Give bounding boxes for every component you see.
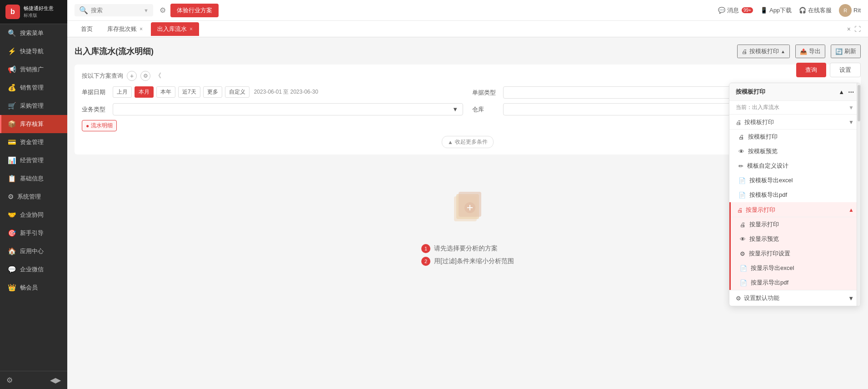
tabs-bar: 首页 库存批次账 × 出入库流水 × × ⛶	[67, 21, 868, 37]
current-expand-icon[interactable]: ▼	[848, 105, 854, 111]
template-preview-item[interactable]: 👁 按模板预览	[729, 144, 860, 159]
sidebar-item-label: 新手引导	[20, 229, 44, 237]
template-print-section-header[interactable]: 🖨 按模板打印 ▼	[729, 115, 860, 130]
sidebar-item-label: 系统管理	[17, 193, 41, 201]
search-dropdown-icon[interactable]: ▼	[144, 8, 149, 13]
sidebar-bottom: ⚙ ◀▶	[0, 371, 67, 389]
sidebar-item-sales[interactable]: 💰 销售管理	[0, 79, 67, 97]
sidebar-logo: b 畅捷通好生意 标准版	[0, 0, 67, 24]
app-download-button[interactable]: 📱 App下载	[760, 6, 792, 15]
sidebar-item-guide[interactable]: 🎯 新手引导	[0, 224, 67, 242]
app-name: 畅捷通好生意	[24, 5, 54, 12]
filter-settings-icon[interactable]: ⚙	[140, 71, 150, 81]
sidebar-item-finance[interactable]: 💳 资金管理	[0, 133, 67, 151]
collapse-sidebar-icon[interactable]: ◀▶	[50, 376, 61, 384]
dropdown-scroll-indicator[interactable]	[857, 83, 860, 306]
sidebar-item-wechat[interactable]: 💬 企业微信	[0, 260, 67, 279]
message-button[interactable]: 💬 消息 99+	[718, 6, 753, 15]
sidebar-item-system[interactable]: ⚙ 系统管理	[0, 188, 67, 206]
display-print-section: 🖨 按显示打印 ▲ 🖨 按显示打印 👁 按显示预览 ⚙ 按显示打印设置	[729, 202, 860, 290]
guide-icon: 🎯	[8, 229, 16, 237]
filter-date-item: 单据日期 上月 本月 本年 近7天 更多 自定义 2023-06-01 至 20…	[82, 86, 463, 98]
header-left: 🔍 ▼ ⚙ 体验行业方案	[75, 4, 219, 17]
template-section-expand[interactable]: ▼	[848, 119, 854, 125]
dropdown-header: 按模板打印 ▲ ⋯	[729, 83, 860, 101]
filter-date-label: 单据日期	[82, 88, 109, 96]
wechat-icon: 💬	[8, 265, 16, 274]
filter-business-type-select[interactable]: ▼	[113, 103, 463, 115]
filter-add-button[interactable]: +	[127, 71, 137, 81]
tabs-right-actions: × ⛶	[847, 21, 861, 37]
sidebar-item-quick-nav[interactable]: ⚡ 快捷导航	[0, 42, 67, 60]
settings-bottom-icon[interactable]: ⚙	[6, 376, 13, 384]
header-gear-icon[interactable]: ⚙	[160, 6, 166, 15]
expand-tabs-icon[interactable]: ⛶	[854, 25, 861, 33]
tab-flow[interactable]: 出入库流水 ×	[151, 22, 199, 36]
sidebar-item-cooperation[interactable]: 🤝 企业协同	[0, 206, 67, 224]
sidebar-item-label: 企业微信	[20, 265, 44, 274]
dropdown-expand-icon[interactable]: ▲	[838, 89, 844, 95]
template-export-pdf-item[interactable]: 📄 按模板导出pdf	[729, 188, 860, 202]
display-print-settings-item[interactable]: ⚙ 按显示打印设置	[731, 246, 860, 261]
tab-close-flow[interactable]: ×	[190, 26, 193, 32]
sidebar-item-marketing[interactable]: 📢 营销推广	[0, 60, 67, 79]
header-search-box[interactable]: 🔍 ▼	[75, 4, 153, 16]
close-all-tabs-icon[interactable]: ×	[847, 25, 851, 33]
dropdown-title: 按模板打印	[736, 88, 765, 96]
display-print-item[interactable]: 🖨 按显示打印	[731, 217, 860, 232]
tab-label: 出入库流水	[157, 25, 187, 33]
export-button[interactable]: 📤 导出	[795, 45, 825, 58]
three-dots-icon[interactable]: ⋯	[848, 89, 854, 95]
filter-collapse-icon[interactable]: 《	[155, 72, 161, 80]
sidebar-item-label: 搜索菜单	[20, 29, 44, 37]
tab-label: 首页	[81, 25, 93, 33]
footer-expand-icon[interactable]: ▼	[848, 295, 854, 302]
tab-batch[interactable]: 库存批次账 ×	[101, 22, 149, 36]
user-profile-button[interactable]: R Rit	[839, 4, 861, 17]
industry-solution-button[interactable]: 体验行业方案	[170, 4, 219, 17]
sidebar-item-label: 采购管理	[20, 102, 44, 110]
refresh-icon: 🔄	[835, 48, 843, 55]
step-1-text: 请先选择要分析的方案	[434, 244, 498, 253]
template-export-excel-item[interactable]: 📄 按模板导出excel	[729, 173, 860, 188]
filter-section-title: 按以下方案查询	[82, 72, 123, 80]
sidebar-item-purchase[interactable]: 🛒 采购管理	[0, 97, 67, 115]
display-settings-icon: ⚙	[740, 250, 745, 257]
online-service-button[interactable]: 🎧 在线客服	[799, 6, 832, 15]
date-btn-custom[interactable]: 自定义	[225, 86, 249, 98]
tab-home[interactable]: 首页	[75, 22, 99, 36]
print-template-button[interactable]: 🖨 按模板打印 ▲	[737, 45, 790, 58]
display-preview-item[interactable]: 👁 按显示预览	[731, 232, 860, 246]
sidebar-item-membership[interactable]: 👑 畅会员	[0, 279, 67, 297]
right-action-buttons: 查询 设置	[796, 63, 861, 77]
display-export-pdf-item[interactable]: 📄 按显示导出pdf	[731, 275, 860, 290]
date-btn-more[interactable]: 更多	[203, 86, 222, 98]
date-btn-last-7-days[interactable]: 近7天	[178, 86, 200, 98]
collapse-more-button[interactable]: ▲ 收起更多条件	[442, 136, 494, 148]
purchase-icon: 🛒	[8, 102, 16, 110]
tab-close-batch[interactable]: ×	[140, 26, 143, 32]
dropdown-footer[interactable]: ⚙ 设置默认功能 ▼	[729, 290, 860, 306]
search-input[interactable]	[91, 7, 141, 14]
query-main-button[interactable]: 查询	[796, 63, 826, 77]
display-export-excel-item[interactable]: 📄 按显示导出excel	[731, 261, 860, 275]
settings-main-button[interactable]: 设置	[830, 63, 861, 77]
template-design-item[interactable]: ✏ 模板自定义设计	[729, 159, 860, 173]
sidebar-item-operations[interactable]: 📊 经营管理	[0, 151, 67, 170]
refresh-button[interactable]: 🔄 刷新	[831, 45, 861, 58]
sidebar-item-label: 营销推广	[20, 65, 44, 74]
sidebar-item-inventory[interactable]: 📦 库存核算	[0, 115, 67, 133]
header-right: 💬 消息 99+ 📱 App下载 🎧 在线客服 R Rit	[718, 4, 861, 17]
display-preview-icon: 👁	[740, 236, 746, 243]
template-print-item[interactable]: 🖨 按模板打印	[729, 130, 860, 144]
sidebar-nav: 🔍 搜索菜单 ⚡ 快捷导航 📢 营销推广 💰 销售管理 🛒 采购管理 📦 库存核…	[0, 24, 67, 371]
sidebar-item-search[interactable]: 🔍 搜索菜单	[0, 24, 67, 42]
date-btn-this-month[interactable]: 本月	[135, 86, 154, 98]
sidebar-item-basic[interactable]: 📋 基础信息	[0, 170, 67, 188]
display-print-section-header[interactable]: 🖨 按显示打印 ▲	[731, 202, 860, 217]
sidebar-item-app-center[interactable]: 🏠 应用中心	[0, 242, 67, 260]
date-btn-this-year[interactable]: 本年	[156, 86, 175, 98]
sidebar-item-label: 畅会员	[20, 284, 38, 292]
display-section-expand[interactable]: ▲	[848, 207, 854, 213]
date-btn-last-month[interactable]: 上月	[113, 86, 132, 98]
